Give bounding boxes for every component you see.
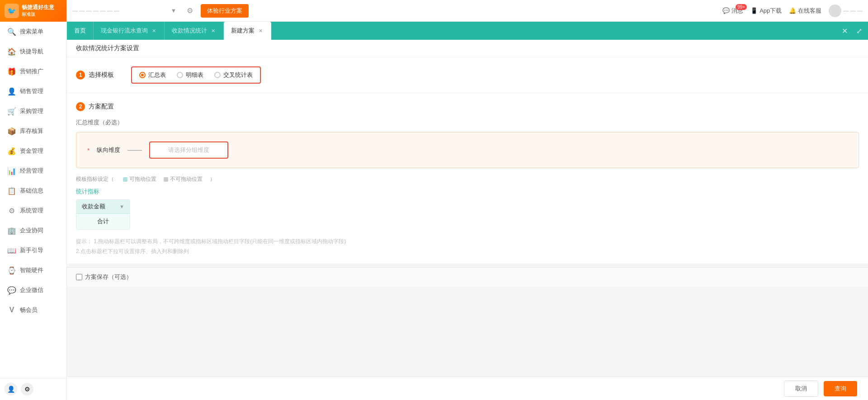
dimension-title: 汇总维度（必选） [76,118,859,127]
tab-new-plan-close[interactable]: ✕ [257,28,264,34]
sidebar-item-newbie[interactable]: 📖 新手引导 [0,240,66,260]
sidebar: 🐦 畅捷通好生意 标准版 🔍 搜索菜单 🏠 快捷导航 🎁 营销推广 👤 销售管理… [0,0,67,400]
legend-draggable-label: 可拖动位置 [129,175,156,183]
tab-new-plan[interactable]: 新建方案 ✕ [224,22,271,40]
sidebar-bottom-btn2[interactable]: ⚙ [21,383,33,395]
sidebar-item-label: 搜索菜单 [20,28,43,36]
gift-icon: 🎁 [7,67,16,76]
hint-2: 2.点击标题栏下拉可设置排序、插入列和删除列 [76,247,859,257]
dimension-arrow: —— [127,146,142,154]
sidebar-item-sales[interactable]: 👤 销售管理 [0,81,66,101]
sidebar-item-label: 经营管理 [20,167,43,175]
newbie-icon: 📖 [7,246,16,255]
online-support-btn[interactable]: 🔔 在线客服 [789,7,821,15]
tab-bar: 首页 现金银行流水查询 ✕ 收款情况统计 ✕ 新建方案 ✕ ✕ ⤢ [67,22,868,40]
tab-cash-flow[interactable]: 现金银行流水查询 ✕ [94,22,165,40]
page-title: 收款情况统计方案设置 [67,40,868,57]
sidebar-item-vip[interactable]: V 畅会员 [0,300,66,320]
sidebar-item-search-menu[interactable]: 🔍 搜索菜单 [0,22,66,42]
tab-collection-stats[interactable]: 收款情况统计 ✕ [165,22,224,40]
sidebar-item-system[interactable]: ⚙ 系统管理 [0,201,66,221]
breadcrumb: — — — — — — — [72,8,163,14]
message-badge: 99+ [736,4,747,10]
radio-detail-circle [177,72,183,78]
metrics-table-header[interactable]: 收款金额 ▼ [76,200,130,214]
tab-new-plan-label: 新建方案 [231,27,255,35]
step1-title: 选择模板 [89,71,114,79]
sidebar-nav: 🔍 搜索菜单 🏠 快捷导航 🎁 营销推广 👤 销售管理 🛒 采购管理 📦 库存核… [0,22,66,378]
metrics-legend: 模板指标设定（ 可拖动位置 不可拖动位置 ） [76,175,859,183]
radio-detail[interactable]: 明细表 [177,71,203,79]
sidebar-item-quick-nav[interactable]: 🏠 快捷导航 [0,42,66,61]
cancel-button[interactable]: 取消 [784,381,818,397]
sidebar-item-inventory[interactable]: 📦 库存核算 [0,121,66,141]
radio-summary[interactable]: 汇总表 [139,71,166,79]
radio-cross[interactable]: 交叉统计表 [214,71,253,79]
sidebar-logo-text: 畅捷通好生意 [22,4,54,11]
save-checkbox-label[interactable]: 方案保存（可选） [76,273,132,281]
user-name: — — — [843,8,863,14]
step1-badge: 1 [76,71,85,80]
vip-icon: V [7,306,16,315]
save-checkbox[interactable] [76,274,82,280]
radio-detail-label: 明细表 [186,71,203,79]
legend-draggable: 可拖动位置 [123,175,156,183]
tab-home[interactable]: 首页 [67,22,94,40]
basic-info-icon: 📋 [7,186,16,195]
dimension-select[interactable]: 请选择分组维度 [149,141,228,159]
corp-icon: 🏢 [7,226,16,235]
sidebar-bottom-btn1[interactable]: 👤 [5,383,17,395]
required-star: * [87,147,90,154]
purchase-icon: 🛒 [7,107,16,116]
sidebar-item-operations[interactable]: 📊 经营管理 [0,161,66,181]
sidebar-item-label: 企业微信 [20,286,43,294]
bottom-bar: 取消 查询 [67,376,868,400]
legend-close-bracket: ） [210,175,215,183]
metrics-label: 统计指标 [76,188,859,196]
legend-dot-non-draggable [164,177,168,182]
sidebar-item-label: 资金管理 [20,147,43,155]
sidebar-item-marketing[interactable]: 🎁 营销推广 [0,61,66,81]
sidebar-item-corp-collab[interactable]: 🏢 企业协同 [0,221,66,240]
query-button[interactable]: 查询 [824,381,857,396]
radio-summary-circle [139,72,146,78]
dimension-area: * 纵向维度 —— 请选择分组维度 [76,132,859,168]
sidebar-bottom: 👤 ⚙ [0,378,66,400]
sidebar-item-smart-hw[interactable]: ⌚ 智能硬件 [0,260,66,280]
message-btn[interactable]: 💬 消息 99+ [722,7,743,15]
radio-cross-circle [214,72,221,78]
header-dropdown-btn[interactable]: ▼ [168,5,179,16]
tab-close-all-btn[interactable]: ✕ [839,25,850,36]
step1-header: 1 选择模板 汇总表 明细表 [76,66,859,84]
app-download-btn[interactable]: 📱 App下载 [750,7,782,15]
page-body: 收款情况统计方案设置 1 选择模板 汇总表 明细 [67,40,868,376]
sidebar-item-funds[interactable]: 💰 资金管理 [0,141,66,161]
header-right: 💬 消息 99+ 📱 App下载 🔔 在线客服 — — — [722,5,863,17]
sidebar-item-basic-info[interactable]: 📋 基础信息 [0,181,66,201]
tab-collection-stats-close[interactable]: ✕ [210,28,216,34]
header-gear-btn[interactable]: ⚙ [184,5,195,16]
tab-maximize-btn[interactable]: ⤢ [854,25,864,36]
radio-cross-label: 交叉统计表 [223,71,253,79]
metrics-table: 收款金额 ▼ 合计 [76,199,130,230]
sidebar-item-corp-wechat[interactable]: 💬 企业微信 [0,280,66,300]
support-icon: 🔔 [789,7,796,14]
app-icon: 📱 [750,7,758,14]
radio-summary-label: 汇总表 [148,71,166,79]
message-icon: 💬 [722,7,730,14]
sidebar-item-label: 企业协同 [20,226,43,235]
sidebar-item-label: 库存核算 [20,127,43,135]
user-avatar-btn[interactable]: — — — [829,5,863,17]
user-avatar [829,5,841,17]
search-icon: 🔍 [7,27,16,36]
sidebar-item-label: 新手引导 [20,246,43,254]
metrics-table-cell: 合计 [76,214,130,229]
sidebar-item-purchase[interactable]: 🛒 采购管理 [0,101,66,121]
metrics-dropdown-arrow[interactable]: ▼ [119,204,124,209]
top-header: — — — — — — — ▼ ⚙ 体验行业方案 💬 消息 99+ 📱 App下… [67,0,868,22]
step2-title: 方案配置 [89,103,114,111]
sidebar-item-label: 快捷导航 [20,47,43,56]
tab-cash-flow-close[interactable]: ✕ [151,28,157,34]
trial-btn[interactable]: 体验行业方案 [201,4,249,18]
page-footer: 方案保存（可选） [67,267,868,287]
